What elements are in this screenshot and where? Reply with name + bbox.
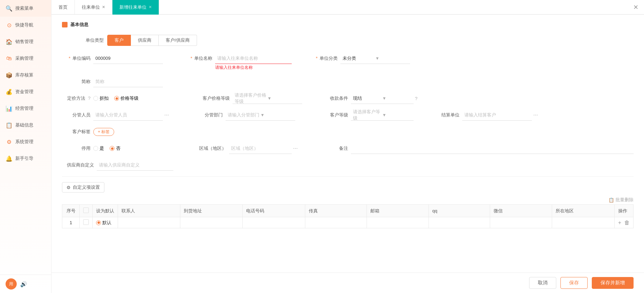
cell-seq: 1 bbox=[62, 217, 80, 228]
wechat-input[interactable] bbox=[494, 220, 548, 225]
pricing-label: 定价方法 ? bbox=[62, 93, 93, 104]
disable-radio-group: 是 否 bbox=[93, 145, 120, 152]
col-contact: 联系人 bbox=[118, 205, 180, 217]
field-remark: 备注 bbox=[313, 143, 634, 154]
sidebar-item-quicknav[interactable]: ⊙ 快捷导航 bbox=[0, 17, 51, 33]
supplier-custom-input[interactable] bbox=[97, 160, 173, 171]
dept-label: 分管部门 bbox=[198, 109, 226, 121]
delete-row-btn[interactable]: 🗑 bbox=[624, 220, 630, 226]
field-code: * 单位编码 bbox=[62, 53, 173, 64]
settlement-dots-btn[interactable]: ··· bbox=[532, 112, 539, 118]
cell-qq[interactable] bbox=[429, 217, 490, 228]
settlement-input[interactable] bbox=[462, 109, 532, 121]
field-disable: 停用 是 否 bbox=[62, 143, 194, 154]
manager-input[interactable] bbox=[93, 109, 163, 121]
default-radio[interactable]: 默认 bbox=[96, 220, 114, 226]
tab-partner[interactable]: 往来单位 ✕ bbox=[75, 0, 112, 15]
tab-home[interactable]: 首页 bbox=[52, 0, 75, 15]
payment-select[interactable]: 现结 ▼ bbox=[351, 93, 414, 104]
region-dots-btn[interactable]: ··· bbox=[292, 145, 299, 152]
cell-address[interactable] bbox=[180, 217, 243, 228]
tab-new-partner-close[interactable]: ✕ bbox=[149, 5, 152, 9]
category-select[interactable]: 未分类 ▼ bbox=[340, 53, 410, 64]
unit-btn-supplier[interactable]: 供应商 bbox=[131, 35, 159, 46]
cell-phone[interactable] bbox=[243, 217, 305, 228]
unit-btn-customer[interactable]: 客户 bbox=[107, 35, 131, 46]
sidebar-item-guide[interactable]: 🔔 新手引导 bbox=[0, 150, 51, 167]
sidebar-item-finance[interactable]: 💰 资金管理 bbox=[0, 83, 51, 100]
search-icon: 🔍 bbox=[6, 5, 13, 12]
tab-new-partner[interactable]: 新增往来单位 ✕ bbox=[112, 0, 159, 15]
manager-label: 分管人员 bbox=[62, 109, 93, 121]
col-action: 操作 bbox=[614, 205, 633, 217]
col-address: 到货地址 bbox=[180, 205, 243, 217]
cell-action: + 🗑 bbox=[614, 217, 633, 228]
table-region-input[interactable] bbox=[556, 220, 611, 225]
code-input[interactable] bbox=[93, 53, 163, 64]
pricing-help[interactable]: ? bbox=[88, 96, 91, 101]
sidebar-item-operations[interactable]: 📊 经营管理 bbox=[0, 100, 51, 117]
address-input[interactable] bbox=[184, 220, 239, 225]
header-checkbox[interactable] bbox=[83, 207, 89, 213]
unit-btn-both[interactable]: 客户/供应商 bbox=[159, 35, 197, 46]
remark-input[interactable] bbox=[351, 143, 634, 154]
guide-icon: 🔔 bbox=[6, 155, 13, 162]
form-section: * 单位编码 * 单位名称 请输入往来单位名称 bbox=[62, 53, 634, 171]
email-input[interactable] bbox=[370, 220, 425, 225]
form-row-3: 定价方法 ? 折扣 价格等级 客户 bbox=[62, 93, 634, 104]
cell-default: 默认 bbox=[93, 217, 118, 228]
purchase-icon: 🛍 bbox=[6, 55, 13, 62]
name-error-msg: 请输入往来单位名称 bbox=[184, 65, 299, 71]
fax-input[interactable] bbox=[309, 220, 363, 225]
customer-level-select[interactable]: 请选择客户等级 ▼ bbox=[351, 109, 414, 121]
pricing-radio-level[interactable]: 价格等级 bbox=[114, 95, 139, 101]
tab-partner-close[interactable]: ✕ bbox=[102, 5, 105, 9]
table-body: 1 默认 bbox=[62, 217, 634, 228]
disable-radio-yes[interactable]: 是 bbox=[93, 145, 104, 152]
cell-fax[interactable] bbox=[305, 217, 367, 228]
col-email: 邮箱 bbox=[367, 205, 429, 217]
sidebar-item-sales[interactable]: 🏠 销售管理 bbox=[0, 33, 51, 50]
disable-label: 停用 bbox=[62, 143, 93, 154]
customer-level-label: 客户等级 bbox=[320, 109, 351, 121]
contact-input[interactable] bbox=[121, 220, 176, 225]
table-header: 序号 设为默认 联系人 到货地址 电话号码 传真 邮箱 qq 微信 所在地区 操… bbox=[62, 205, 634, 217]
sidebar-item-system[interactable]: ⚙ 系统管理 bbox=[0, 133, 51, 150]
sidebar-item-search[interactable]: 🔍 搜索菜单 bbox=[0, 0, 51, 17]
cell-table-region[interactable] bbox=[552, 217, 614, 228]
sidebar-bottom: 用 🔊 bbox=[0, 275, 51, 293]
save-button[interactable]: 保存 bbox=[560, 277, 588, 289]
save-new-button[interactable]: 保存并新增 bbox=[592, 277, 634, 289]
region-input[interactable] bbox=[229, 143, 292, 154]
batch-delete-area[interactable]: 📋 批量删除 bbox=[62, 197, 634, 203]
qq-input[interactable] bbox=[432, 220, 487, 225]
sidebar-item-basic[interactable]: 📋 基础信息 bbox=[0, 117, 51, 133]
row-checkbox[interactable] bbox=[83, 219, 89, 225]
cell-contact[interactable] bbox=[118, 217, 180, 228]
add-tag-btn[interactable]: + 标签 bbox=[93, 128, 114, 136]
name-input[interactable] bbox=[215, 53, 292, 64]
phone-input[interactable] bbox=[246, 220, 301, 225]
sidebar-item-inventory[interactable]: 📦 库存核算 bbox=[0, 67, 51, 83]
sidebar-item-purchase[interactable]: 🛍 采购管理 bbox=[0, 50, 51, 67]
cell-wechat[interactable] bbox=[490, 217, 552, 228]
field-manager: 分管人员 ··· bbox=[62, 109, 194, 121]
custom-settings-btn[interactable]: ⚙ 自定义项设置 bbox=[62, 182, 104, 193]
payment-help[interactable]: ? bbox=[415, 96, 417, 101]
customer-price-select[interactable]: 请选择客户价格等级 ▼ bbox=[233, 93, 302, 104]
dept-select[interactable]: 请输入分管部门 ▼ bbox=[226, 109, 295, 121]
disable-radio-no[interactable]: 否 bbox=[110, 145, 120, 152]
field-customer-level: 客户等级 请选择客户等级 ▼ bbox=[313, 109, 424, 121]
pricing-radio-discount[interactable]: 折扣 bbox=[93, 95, 109, 101]
field-settlement: 结算单位 ··· bbox=[424, 109, 634, 121]
short-name-input[interactable] bbox=[93, 76, 163, 87]
main-area: 首页 往来单位 ✕ 新增往来单位 ✕ ✕ 基本信息 单位类型 客户 供应商 客户… bbox=[52, 0, 644, 293]
cell-email[interactable] bbox=[367, 217, 429, 228]
add-row-btn[interactable]: + bbox=[618, 220, 621, 226]
field-name-wrapper: * 单位名称 请输入往来单位名称 bbox=[173, 53, 299, 71]
tabbar-close-btn[interactable]: ✕ bbox=[628, 3, 644, 11]
manager-dots-btn[interactable]: ··· bbox=[163, 112, 170, 118]
cancel-button[interactable]: 取消 bbox=[529, 277, 556, 289]
col-region: 所在地区 bbox=[552, 205, 614, 217]
field-category: * 单位分类 未分类 ▼ bbox=[299, 53, 417, 64]
